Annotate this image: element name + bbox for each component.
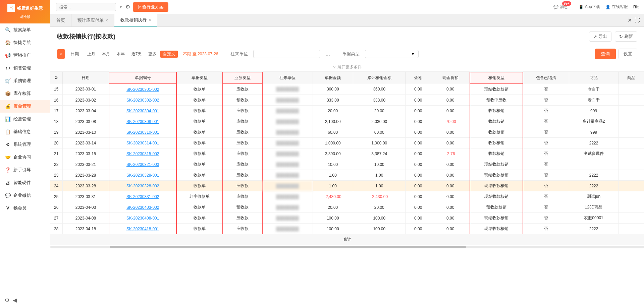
date-7days[interactable]: 近7天	[129, 51, 145, 58]
tab-payable[interactable]: 预计应应付单 ×	[71, 14, 114, 26]
tabs-bar: 首页 预计应应付单 × 收款核销执行 × ✕ ⛶	[50, 14, 644, 27]
tab-collection-close[interactable]: ×	[149, 18, 151, 22]
table-cell: 收款核销	[470, 138, 523, 148]
date-last-month[interactable]: 上月	[85, 51, 98, 58]
table-cell: 收款单	[176, 138, 223, 148]
sidebar-item-operations[interactable]: 📊 经营管理	[0, 113, 50, 125]
table-cell: 现结收款核销	[470, 159, 523, 170]
topbar-right: 💬 消息 99+ 📱 App下载 👤 在线客服 Rit	[553, 4, 639, 10]
table-cell: 15	[50, 84, 62, 95]
topbar-search-input[interactable]	[56, 3, 116, 11]
user-avatar[interactable]: Rit	[633, 5, 639, 9]
date-more[interactable]: 更多	[146, 51, 159, 58]
table-cell	[619, 181, 644, 191]
topbar-settings-icon[interactable]: ⚙	[125, 4, 130, 10]
voucher-type-select[interactable]: ▼	[365, 50, 419, 58]
table-cell[interactable]: SK-20230301-002	[109, 84, 176, 95]
table-cell	[619, 84, 644, 95]
more-options-icon[interactable]: ...	[326, 51, 330, 57]
date-custom-btn[interactable]: 自定义	[160, 51, 178, 58]
message-badge-item[interactable]: 💬 消息 99+	[553, 4, 568, 10]
table-cell: 3,390.00	[313, 148, 353, 159]
sidebar-item-guide[interactable]: ❓ 新手引导	[0, 164, 50, 176]
table-cell[interactable]: SK-20230310-001	[109, 127, 176, 138]
table-row: 282023-04-18SK-20230418-001收款单应收款███████…	[50, 224, 644, 234]
export-button[interactable]: ↗ 导出	[589, 32, 611, 42]
sidebar-item-hardware[interactable]: 🖨 智能硬件	[0, 176, 50, 189]
sidebar-item-weixin[interactable]: 💬 企业微信	[0, 189, 50, 202]
table-cell	[619, 191, 644, 202]
table-cell[interactable]: SK-20230304-001	[109, 106, 176, 116]
table-cell: 2023-03-15	[62, 148, 109, 159]
sidebar-item-inventory[interactable]: 📦 库存核算	[0, 87, 50, 100]
partner-input[interactable]	[253, 50, 320, 58]
table-row: 162023-03-02SK-20230302-002收款单预收款███████…	[50, 95, 644, 106]
table-cell	[569, 159, 618, 170]
table-cell: 否	[523, 181, 569, 191]
sidebar-item-member[interactable]: Ⅴ 畅会员	[0, 202, 50, 215]
tab-payable-close[interactable]: ×	[106, 18, 108, 23]
column-settings-icon[interactable]: ⚙	[54, 75, 58, 80]
app-download-item[interactable]: 📱 App下载	[579, 4, 600, 10]
sidebar-item-basic[interactable]: 📋 基础信息	[0, 125, 50, 138]
sidebar-item-finance[interactable]: 💰 资金管理	[0, 100, 50, 113]
th-settings[interactable]: ⚙	[50, 72, 62, 84]
sidebar-item-enterprise[interactable]: 🤝 企业协同	[0, 151, 50, 164]
table-cell[interactable]: SK-20230328-002	[109, 181, 176, 191]
table-cell[interactable]: SK-20230308-001	[109, 116, 176, 127]
table-cell[interactable]: SK-20230314-001	[109, 138, 176, 148]
table-cell[interactable]: SK-20230331-002	[109, 191, 176, 202]
table-cell[interactable]: SK-20230302-002	[109, 95, 176, 106]
sidebar-item-quicknav[interactable]: 🏠 快捷导航	[0, 36, 50, 49]
table-cell: 测试jun	[569, 191, 618, 202]
table-cell: 预收中应收	[470, 95, 523, 106]
table-cell[interactable]: SK-20230403-002	[109, 202, 176, 213]
sidebar-item-system[interactable]: ⚙ 系统管理	[0, 138, 50, 151]
sidebar-item-marketing[interactable]: 📢 营销推广	[0, 49, 50, 62]
table-cell: 否	[523, 191, 569, 202]
table-cell: 0.00	[406, 159, 431, 170]
table-cell[interactable]: SK-20230408-001	[109, 213, 176, 224]
industry-solution-button[interactable]: 体验行业方案	[133, 2, 168, 12]
th-verify-type: 核销类型	[470, 72, 523, 84]
table-cell: 现结收款核销	[470, 170, 523, 181]
table-footer-row: 合计	[50, 234, 644, 245]
table-cell[interactable]: SK-20230328-001	[109, 170, 176, 181]
table-cell: 27	[50, 213, 62, 224]
table-cell: 应收款	[223, 181, 262, 191]
table-cell: 0.00	[406, 138, 431, 148]
filter-toggle-button[interactable]: »	[57, 49, 65, 59]
marketing-icon: 📢	[5, 52, 11, 58]
topbar: ▼ ⚙ 体验行业方案 💬 消息 99+ 📱 App下载 👤 在线客服 Rit	[50, 0, 644, 14]
table-cell[interactable]: SK-20230315-002	[109, 148, 176, 159]
close-all-icon[interactable]: ✕	[628, 17, 632, 23]
table-cell: 999	[569, 106, 618, 116]
sidebar-item-search[interactable]: 🔍 搜索菜单	[0, 23, 50, 36]
refresh-button[interactable]: ↻ 刷新	[615, 32, 637, 42]
tab-home[interactable]: 首页	[50, 14, 71, 26]
table-cell: 0.00	[431, 95, 470, 106]
table-cell: 16	[50, 95, 62, 106]
table-cell: 2,100.00	[313, 116, 353, 127]
date-this-month[interactable]: 本月	[99, 51, 113, 58]
sidebar-item-sales[interactable]: 🏷 销售管理	[0, 62, 50, 74]
settings-bottom-icon[interactable]: ⚙	[5, 297, 9, 303]
date-this-year[interactable]: 本年	[114, 51, 127, 58]
settings-button[interactable]: 设置	[619, 49, 637, 59]
table-cell: 1.00	[313, 170, 353, 181]
query-button[interactable]: 查询	[595, 49, 616, 59]
collapse-icon[interactable]: ◀	[13, 297, 17, 303]
horizontal-scrollbar[interactable]	[50, 246, 644, 248]
table-cell[interactable]: SK-20230321-003	[109, 159, 176, 170]
table-cell: 否	[523, 148, 569, 159]
app-name: 畅康道好生意	[17, 5, 43, 11]
maximize-icon[interactable]: ⛶	[635, 17, 640, 23]
table-cell: 收款单	[176, 202, 223, 213]
sidebar-item-purchase[interactable]: 🛒 采购管理	[0, 74, 50, 87]
expand-bar[interactable]: ∨ 展开更多条件	[50, 63, 644, 72]
table-cell: 现结收款核销	[470, 224, 523, 234]
table-cell[interactable]: SK-20230418-001	[109, 224, 176, 234]
tab-collection[interactable]: 收款核销执行 ×	[114, 14, 157, 26]
online-service-item[interactable]: 👤 在线客服	[605, 4, 628, 10]
table-cell: ████████	[262, 95, 313, 106]
